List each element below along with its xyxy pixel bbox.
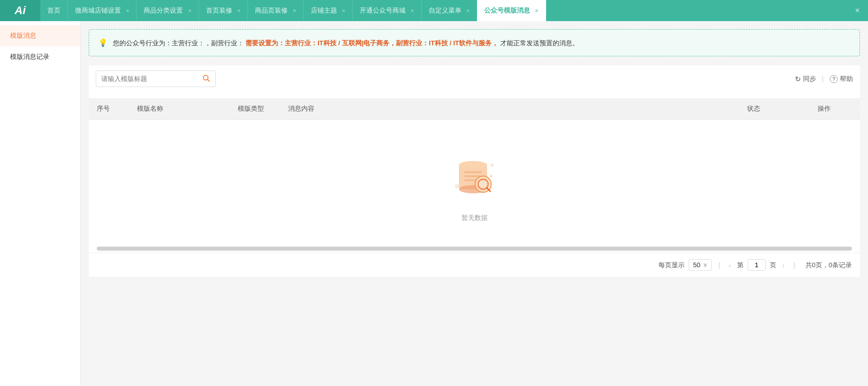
toolbar-right: ↻ 同步 | ? 帮助: [795, 74, 853, 84]
close-shop-theme-icon[interactable]: ×: [342, 8, 345, 14]
prev-page-button[interactable]: ‹: [726, 260, 733, 270]
col-action: 操作: [810, 98, 860, 120]
page-total: 共0页，0条记录: [806, 261, 852, 270]
col-content: 消息内容: [280, 98, 739, 120]
nav-tab-home[interactable]: 首页: [40, 0, 68, 21]
main-layout: 模版消息 模版消息记录 💡 您的公众号行业为：主营行业：，副营行业： 需要设置为…: [0, 21, 868, 386]
close-product-decor-icon[interactable]: ×: [293, 8, 296, 14]
close-open-mall-icon[interactable]: ×: [411, 8, 414, 14]
search-box: [96, 70, 216, 87]
data-table: 序号 模版名称 模版类型 消息内容 状态 操作: [89, 98, 860, 120]
nav-tab-custom-menu[interactable]: 自定义菜单 ×: [422, 0, 477, 21]
content-area: 💡 您的公众号行业为：主营行业：，副营行业： 需要设置为：主营行业：IT科技 /…: [81, 21, 868, 386]
app-logo: Ai: [0, 0, 40, 21]
empty-text: 暂无数据: [461, 213, 488, 222]
table-wrapper: ↻ 同步 | ? 帮助 序号 模版名称 模版类型: [89, 65, 860, 277]
toolbar-divider: |: [822, 75, 824, 83]
table-header-row: 序号 模版名称 模版类型 消息内容 状态 操作: [89, 98, 860, 120]
page-size-label: 每页显示: [658, 261, 685, 270]
nav-tabs: 首页 微商城店铺设置 × 商品分类设置 × 首页装修 × 商品页装修 × 店铺主…: [40, 0, 847, 21]
nav-tab-shop-settings[interactable]: 微商城店铺设置 ×: [68, 0, 137, 21]
scroll-row: [89, 243, 860, 253]
search-button[interactable]: [197, 71, 215, 87]
nav-tab-product-decor[interactable]: 商品页装修 ×: [248, 0, 303, 21]
col-status: 状态: [739, 98, 810, 120]
svg-point-12: [491, 164, 494, 167]
svg-point-13: [455, 184, 459, 188]
nav-tab-open-mall[interactable]: 开通公众号商城 ×: [353, 0, 421, 21]
close-template-msg-icon[interactable]: ×: [535, 8, 538, 14]
svg-point-14: [490, 175, 492, 178]
col-type: 模版类型: [230, 98, 280, 120]
svg-line-1: [208, 80, 210, 82]
sidebar-item-template-msg-log[interactable]: 模版消息记录: [0, 46, 80, 67]
col-seq: 序号: [89, 98, 129, 120]
page-unit: 页: [770, 261, 776, 270]
close-category-settings-icon[interactable]: ×: [188, 8, 191, 14]
close-custom-menu-icon[interactable]: ×: [466, 8, 470, 14]
chevron-down-icon: ∨: [703, 262, 707, 268]
search-input[interactable]: [96, 72, 197, 86]
close-shop-settings-icon[interactable]: ×: [126, 8, 129, 14]
sidebar: 模版消息 模版消息记录: [0, 21, 81, 386]
sidebar-item-template-msg[interactable]: 模版消息: [0, 25, 80, 46]
nav-tab-home-decor[interactable]: 首页装修 ×: [199, 0, 248, 21]
sync-icon: ↻: [795, 75, 801, 83]
notice-icon: 💡: [98, 38, 108, 47]
svg-point-5: [459, 161, 487, 169]
first-page-button[interactable]: ⟨: [716, 260, 722, 270]
empty-illustration: [447, 150, 502, 205]
close-home-decor-icon[interactable]: ×: [237, 8, 240, 14]
nav-tab-category-settings[interactable]: 商品分类设置 ×: [137, 0, 198, 21]
empty-state: 暂无数据: [89, 120, 860, 243]
page-label-pre: 第: [737, 261, 744, 270]
close-all-tabs-button[interactable]: ×: [847, 6, 868, 15]
page-size-select[interactable]: 50 ∨: [689, 259, 712, 271]
help-button[interactable]: ? 帮助: [830, 74, 853, 84]
help-icon: ?: [830, 75, 838, 83]
col-name: 模版名称: [129, 98, 230, 120]
toolbar: ↻ 同步 | ? 帮助: [89, 65, 860, 92]
notice-banner: 💡 您的公众号行业为：主营行业：，副营行业： 需要设置为：主营行业：IT科技 /…: [89, 29, 860, 56]
nav-tab-template-msg[interactable]: 公众号模版消息 ×: [477, 0, 546, 21]
nav-tab-shop-theme[interactable]: 店铺主题 ×: [304, 0, 353, 21]
pagination: 每页显示 50 ∨ ⟨ ‹ 第 页 › ⟩ 共0页，0条记录: [89, 253, 860, 277]
next-page-button[interactable]: ›: [780, 260, 787, 270]
sync-button[interactable]: ↻ 同步: [795, 74, 816, 84]
page-number-input[interactable]: [748, 259, 766, 271]
horizontal-scrollbar[interactable]: [97, 247, 852, 251]
last-page-button[interactable]: ⟩: [791, 260, 797, 270]
top-nav: Ai 首页 微商城店铺设置 × 商品分类设置 × 首页装修 × 商品页装修 × …: [0, 0, 868, 21]
